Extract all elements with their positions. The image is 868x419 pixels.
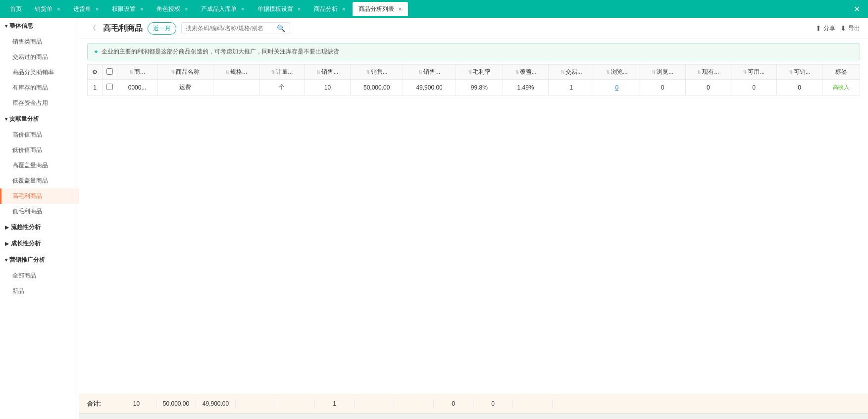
tab-product-stock[interactable]: 产成品入库单 ✕ (195, 2, 251, 16)
share-icon: ⬆ (816, 24, 821, 32)
sidebar-item-new-goods[interactable]: 新品 (0, 283, 79, 299)
row-name: 运费 (157, 80, 213, 95)
top-navigation: 首页 销货单 ✕ 进货单 ✕ 权限设置 ✕ 角色授权 ✕ 产成品入库单 ✕ 单据… (0, 0, 868, 18)
row-available-stock: 0 (731, 80, 776, 95)
tab-sales-order[interactable]: 销货单 ✕ (29, 2, 66, 16)
sidebar-item-low-margin[interactable]: 低毛利商品 (0, 204, 79, 219)
tab-permissions[interactable]: 权限设置 ✕ (106, 2, 150, 16)
column-spec: ⇅规格... (213, 65, 259, 80)
column-settings[interactable]: ⚙ (88, 65, 102, 80)
tab-product-analysis[interactable]: 商品分析 ✕ (308, 2, 352, 16)
total-label: 合计: (87, 400, 107, 408)
row-index: 1 (88, 80, 102, 95)
tab-template-settings[interactable]: 单据模板设置 ✕ (252, 2, 307, 16)
row-sales-qty: 10 (305, 80, 350, 95)
tab-roles[interactable]: 角色授权 ✕ (151, 2, 194, 16)
footer-coverage (275, 398, 315, 409)
footer-total: 合计: 10 50,000.00 49,900.00 1 0 0 (79, 394, 868, 413)
row-coverage: 1.49% (503, 80, 548, 95)
chevron-down-icon: ▾ (5, 257, 7, 263)
close-icon[interactable]: ✕ (342, 6, 346, 12)
export-icon: ⬇ (840, 24, 846, 32)
column-sales-qty: ⇅销售... (305, 65, 350, 80)
column-tag: 标签 (822, 65, 860, 80)
sidebar-group-growth[interactable]: ▶ 成长性分析 (0, 235, 79, 252)
window-close-button[interactable]: ✕ (850, 4, 864, 14)
close-icon[interactable]: ✕ (297, 6, 301, 12)
column-transaction: ⇅交易... (549, 65, 594, 80)
close-icon[interactable]: ✕ (95, 6, 99, 12)
row-sales-profit: 49,900.00 (403, 80, 456, 95)
sidebar-item-high-margin[interactable]: 高毛利商品 (0, 188, 79, 204)
sidebar-item-sales-goods[interactable]: 销售类商品 (0, 34, 79, 49)
sidebar-item-stock-goods[interactable]: 有库存的商品 (0, 80, 79, 95)
column-views1: ⇅浏览... (594, 65, 640, 80)
export-button[interactable]: ⬇ 导出 (840, 24, 860, 33)
row-tag: 高收入 (822, 80, 860, 95)
sidebar-group-overall[interactable]: ▾ 整体信息 (0, 18, 79, 34)
row-sellable-stock: 0 (777, 80, 822, 95)
column-code: ⇅商... (117, 65, 157, 80)
chevron-down-icon: ▾ (5, 116, 7, 122)
column-checkbox[interactable] (102, 65, 117, 80)
row-spec (213, 80, 259, 95)
sidebar-item-stock-capital[interactable]: 库存资金占用 (0, 95, 79, 111)
row-views1[interactable]: 0 (594, 80, 640, 95)
footer-margin (236, 398, 275, 409)
tab-purchase-order[interactable]: 进货单 ✕ (67, 2, 105, 16)
close-icon[interactable]: ✕ (184, 6, 188, 12)
footer-sales-amount: 50,000.00 (156, 398, 196, 409)
footer-available-stock: 0 (473, 398, 513, 409)
close-icon[interactable]: ✕ (140, 6, 144, 12)
footer-views1 (355, 398, 394, 409)
sidebar-group-marketing[interactable]: ▾ 营销推广分析 (0, 252, 79, 268)
footer-views2 (394, 398, 434, 409)
column-current-stock: ⇅现有... (685, 65, 731, 80)
sidebar-group-contribution[interactable]: ▾ 贡献量分析 (0, 111, 79, 127)
main-layout: ▾ 整体信息 销售类商品 交易过的商品 商品分类助销率 有库存的商品 库存资金占… (0, 18, 868, 419)
content-area: 《 高毛利商品 近一月 🔍 ⬆ 分享 ⬇ 导出 ✦ 企业的主要的利润都是这部 (79, 18, 868, 419)
sidebar-item-high-value[interactable]: 高价值商品 (0, 127, 79, 142)
footer-sellable-stock (513, 398, 553, 409)
row-select-checkbox[interactable] (106, 84, 113, 90)
info-icon: ✦ (94, 48, 99, 55)
sidebar-item-traded-goods[interactable]: 交易过的商品 (0, 49, 79, 65)
table-row: 1 0000... 运费 个 10 50,000.00 49,900.00 99… (88, 80, 860, 95)
sidebar-item-low-value[interactable]: 低价值商品 (0, 142, 79, 158)
column-margin-rate: ⇅毛利率 (456, 65, 503, 80)
page-title: 高毛利商品 (103, 23, 143, 34)
sidebar-item-category-rate[interactable]: 商品分类助销率 (0, 65, 79, 80)
sidebar: ▾ 整体信息 销售类商品 交易过的商品 商品分类助销率 有库存的商品 库存资金占… (0, 18, 79, 419)
row-checkbox[interactable] (102, 80, 117, 95)
footer-current-stock: 0 (434, 398, 473, 409)
chevron-right-icon: ▶ (5, 225, 9, 230)
tab-home[interactable]: 首页 (4, 2, 28, 16)
search-icon[interactable]: 🔍 (277, 24, 285, 32)
close-icon[interactable]: ✕ (56, 6, 60, 12)
share-button[interactable]: ⬆ 分享 (816, 24, 835, 33)
row-margin-rate: 99.8% (456, 80, 503, 95)
tab-product-analysis-list[interactable]: 商品分析列表 ✕ (353, 2, 408, 16)
column-sellable-stock: ⇅可销... (777, 65, 822, 80)
close-icon[interactable]: ✕ (398, 6, 402, 12)
time-filter-button[interactable]: 近一月 (148, 22, 176, 35)
sidebar-group-flow[interactable]: ▶ 流趋性分析 (0, 219, 79, 235)
footer-cells: 10 50,000.00 49,900.00 1 0 0 (117, 398, 860, 409)
chevron-right-icon: ▶ (5, 241, 9, 246)
select-all-checkbox[interactable] (106, 68, 113, 75)
column-coverage: ⇅覆盖... (503, 65, 548, 80)
footer-transaction: 1 (315, 398, 355, 409)
column-name: ⇅商品名称 (157, 65, 213, 80)
sidebar-item-high-coverage[interactable]: 高覆盖量商品 (0, 158, 79, 173)
chevron-down-icon: ▾ (5, 23, 7, 29)
collapse-button[interactable]: 《 (87, 22, 98, 35)
sidebar-item-all-goods[interactable]: 全部商品 (0, 268, 79, 283)
data-table: ⚙ ⇅商... ⇅商品名称 ⇅规格... ⇅计量... ⇅销售... ⇅销售..… (87, 64, 860, 95)
column-sales-amount: ⇅销售... (351, 65, 403, 80)
search-input[interactable] (186, 25, 275, 32)
horizontal-scrollbar[interactable] (79, 413, 868, 419)
close-icon[interactable]: ✕ (241, 6, 245, 12)
footer-sales-profit: 49,900.00 (196, 398, 236, 409)
sidebar-item-low-coverage[interactable]: 低覆盖量商品 (0, 173, 79, 188)
table-wrapper: ⚙ ⇅商... ⇅商品名称 ⇅规格... ⇅计量... ⇅销售... ⇅销售..… (79, 64, 868, 394)
